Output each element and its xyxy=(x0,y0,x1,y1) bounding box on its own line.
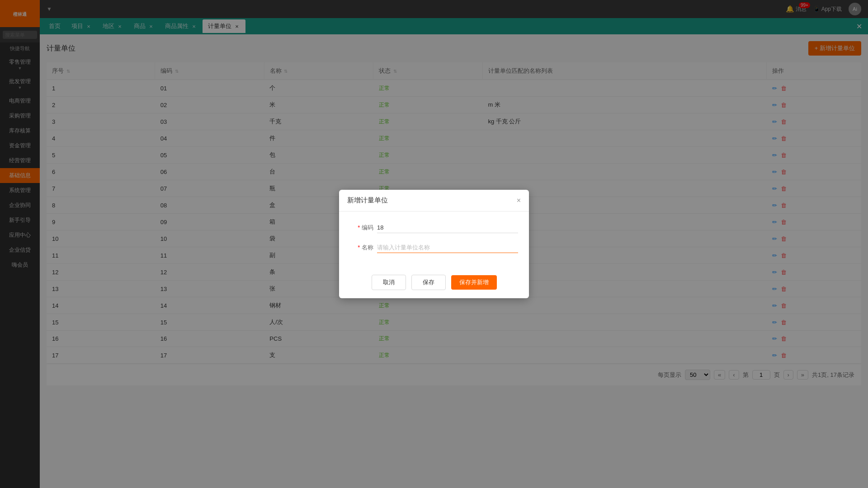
code-label: 编码 xyxy=(350,224,377,232)
form-row-code: 编码 xyxy=(350,222,518,233)
form-row-name: 名称 xyxy=(350,242,518,253)
modal-body: 编码 名称 xyxy=(339,211,529,269)
add-unit-modal: 新增计量单位 × 编码 名称 取消 保存 保存并新增 xyxy=(339,190,529,298)
save-button[interactable]: 保存 xyxy=(411,275,446,290)
modal-header: 新增计量单位 × xyxy=(339,190,529,211)
code-input[interactable] xyxy=(377,222,518,233)
cancel-button[interactable]: 取消 xyxy=(372,275,406,290)
modal-footer: 取消 保存 保存并新增 xyxy=(339,269,529,298)
save-and-new-button[interactable]: 保存并新增 xyxy=(451,275,497,290)
name-label: 名称 xyxy=(350,244,377,252)
modal-close-button[interactable]: × xyxy=(517,197,521,204)
modal-overlay[interactable]: 新增计量单位 × 编码 名称 取消 保存 保存并新增 xyxy=(0,0,868,488)
modal-title: 新增计量单位 xyxy=(347,196,388,205)
name-input[interactable] xyxy=(377,242,518,253)
